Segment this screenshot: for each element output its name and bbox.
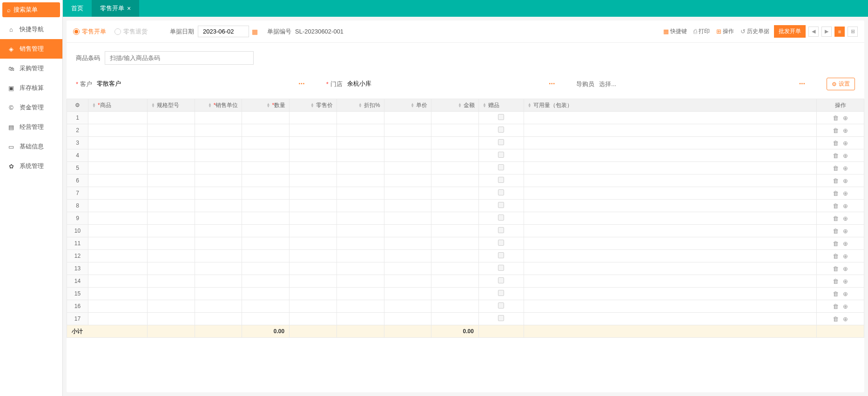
cell-retail[interactable]	[289, 149, 337, 162]
cell-product[interactable]	[88, 175, 148, 187]
delete-icon[interactable]: 🗑	[831, 315, 840, 322]
add-icon[interactable]: ⊕	[841, 240, 849, 247]
cell-price[interactable]	[384, 275, 431, 288]
cell-spec[interactable]	[148, 212, 195, 225]
sidebar-item-business[interactable]: ▤ 经营管理	[0, 117, 62, 137]
prev-button[interactable]: ◀	[808, 27, 819, 37]
delete-icon[interactable]: 🗑	[831, 177, 840, 184]
cell-qty[interactable]	[242, 187, 289, 200]
delete-icon[interactable]: 🗑	[831, 202, 840, 209]
th-spec[interactable]: ▲▼规格型号	[148, 99, 195, 112]
add-icon[interactable]: ⊕	[841, 152, 849, 159]
cell-price[interactable]	[384, 137, 431, 149]
tab-home[interactable]: 首页	[63, 0, 92, 17]
cell-product[interactable]	[88, 137, 148, 149]
add-icon[interactable]: ⊕	[841, 228, 849, 235]
cell-spec[interactable]	[148, 313, 195, 325]
delete-icon[interactable]: 🗑	[831, 240, 840, 247]
cell-gift[interactable]	[478, 187, 524, 200]
cell-retail[interactable]	[289, 175, 337, 187]
table-row[interactable]: 13🗑 ⊕	[67, 262, 864, 275]
cell-gift[interactable]	[478, 175, 524, 187]
add-icon[interactable]: ⊕	[841, 177, 849, 184]
cell-discount[interactable]	[336, 288, 384, 300]
cell-unit[interactable]	[195, 200, 242, 212]
ellipsis-icon[interactable]: ···	[546, 80, 558, 88]
add-icon[interactable]: ⊕	[841, 253, 849, 260]
cell-gift[interactable]	[478, 124, 524, 137]
th-gear[interactable]: ⚙	[67, 99, 88, 112]
cell-discount[interactable]	[336, 225, 384, 237]
cell-gift[interactable]	[478, 275, 524, 288]
cell-unit[interactable]	[195, 212, 242, 225]
delete-icon[interactable]: 🗑	[831, 152, 840, 159]
cell-discount[interactable]	[336, 250, 384, 262]
cell-retail[interactable]	[289, 212, 337, 225]
cell-amount[interactable]	[431, 288, 479, 300]
add-icon[interactable]: ⊕	[841, 315, 849, 322]
cell-qty[interactable]	[242, 250, 289, 262]
cell-spec[interactable]	[148, 162, 195, 175]
cell-unit[interactable]	[195, 275, 242, 288]
close-icon[interactable]: ×	[127, 5, 131, 12]
cell-unit[interactable]	[195, 262, 242, 275]
cell-product[interactable]	[88, 162, 148, 175]
delete-icon[interactable]: 🗑	[831, 253, 840, 260]
cell-gift[interactable]	[478, 212, 524, 225]
delete-icon[interactable]: 🗑	[831, 165, 840, 172]
cell-retail[interactable]	[289, 124, 337, 137]
table-row[interactable]: 6🗑 ⊕	[67, 175, 864, 187]
add-icon[interactable]: ⊕	[841, 303, 849, 310]
cell-retail[interactable]	[289, 313, 337, 325]
delete-icon[interactable]: 🗑	[831, 140, 840, 147]
cell-discount[interactable]	[336, 237, 384, 250]
cell-discount[interactable]	[336, 300, 384, 313]
shortcuts-link[interactable]: ▦ 快捷键	[661, 27, 689, 36]
cell-gift[interactable]	[478, 288, 524, 300]
cell-unit[interactable]	[195, 313, 242, 325]
checkbox-icon[interactable]	[498, 114, 504, 120]
cell-retail[interactable]	[289, 250, 337, 262]
table-row[interactable]: 14🗑 ⊕	[67, 275, 864, 288]
cell-price[interactable]	[384, 200, 431, 212]
table-row[interactable]: 17🗑 ⊕	[67, 313, 864, 325]
cell-amount[interactable]	[431, 124, 479, 137]
cell-unit[interactable]	[195, 175, 242, 187]
cell-discount[interactable]	[336, 175, 384, 187]
cell-amount[interactable]	[431, 200, 479, 212]
cell-qty[interactable]	[242, 225, 289, 237]
table-row[interactable]: 11🗑 ⊕	[67, 237, 864, 250]
cell-amount[interactable]	[431, 262, 479, 275]
cell-retail[interactable]	[289, 112, 337, 124]
cell-price[interactable]	[384, 124, 431, 137]
table-row[interactable]: 7🗑 ⊕	[67, 187, 864, 200]
checkbox-icon[interactable]	[498, 139, 504, 145]
cell-gift[interactable]	[478, 162, 524, 175]
cell-price[interactable]	[384, 175, 431, 187]
sidebar-item-basic[interactable]: ▭ 基础信息	[0, 137, 62, 156]
cell-product[interactable]	[88, 275, 148, 288]
cell-spec[interactable]	[148, 175, 195, 187]
cell-price[interactable]	[384, 112, 431, 124]
cell-unit[interactable]	[195, 288, 242, 300]
cell-unit[interactable]	[195, 187, 242, 200]
table-wrap[interactable]: ⚙ ▲▼*商品 ▲▼规格型号 ▲▼*销售单位 ▲▼*数量 ▲▼零售价 ▲▼折扣%…	[67, 99, 864, 392]
cell-qty[interactable]	[242, 137, 289, 149]
sidebar-item-sales[interactable]: ◈ 销售管理	[0, 39, 62, 59]
add-icon[interactable]: ⊕	[841, 215, 849, 222]
cell-discount[interactable]	[336, 162, 384, 175]
table-row[interactable]: 10🗑 ⊕	[67, 225, 864, 237]
cell-discount[interactable]	[336, 313, 384, 325]
add-icon[interactable]: ⊕	[841, 165, 849, 172]
cell-price[interactable]	[384, 162, 431, 175]
cell-product[interactable]	[88, 112, 148, 124]
add-icon[interactable]: ⊕	[841, 202, 849, 209]
cell-qty[interactable]	[242, 237, 289, 250]
date-input[interactable]	[198, 26, 249, 37]
cell-spec[interactable]	[148, 124, 195, 137]
th-price[interactable]: ▲▼单价	[384, 99, 431, 112]
cell-amount[interactable]	[431, 187, 479, 200]
cell-price[interactable]	[384, 262, 431, 275]
add-icon[interactable]: ⊕	[841, 265, 849, 272]
th-gift[interactable]: ▲▼赠品	[478, 99, 524, 112]
